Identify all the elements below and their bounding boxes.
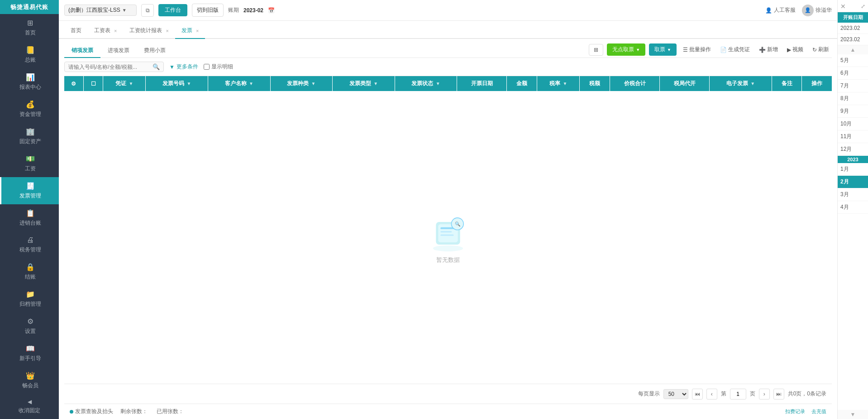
sidebar-item-sales-ledger[interactable]: 📋 进销台账: [0, 204, 59, 231]
calendar-month-2023-4[interactable]: 4月: [838, 201, 868, 214]
tax-icon: 🖨: [27, 236, 34, 244]
workbench-button[interactable]: 工作台: [158, 4, 187, 16]
calendar-month-2023-3[interactable]: 3月: [838, 188, 868, 201]
last-page-btn[interactable]: ⏭: [773, 389, 784, 400]
col-customer[interactable]: 客户名称 ▼: [208, 76, 271, 91]
col-tax-rate[interactable]: 税率 ▼: [537, 76, 580, 91]
col-tax-code[interactable]: 税局代开: [660, 76, 710, 91]
first-page-btn[interactable]: ⏮: [692, 389, 703, 400]
calendar-month-11[interactable]: 11月: [838, 130, 868, 143]
right-panel-expand-btn[interactable]: ⤢: [861, 3, 865, 10]
prev-page-btn[interactable]: ‹: [706, 389, 717, 400]
fee-records-link[interactable]: 扣费记录: [785, 408, 805, 415]
col-e-invoice[interactable]: 电子发票 ▼: [710, 76, 772, 91]
page-number-input[interactable]: [730, 389, 746, 400]
grid-view-btn[interactable]: ⊞: [589, 44, 603, 56]
sidebar-item-ledger[interactable]: 📒 总账: [0, 41, 59, 68]
sidebar-item-assets[interactable]: 🏢 固定资产: [0, 123, 59, 150]
col-open-date[interactable]: 开票日期: [457, 76, 507, 91]
gen-voucher-btn[interactable]: 📄 生成凭证: [717, 43, 753, 56]
no-bill-btn[interactable]: 无点取票 ▼: [607, 43, 645, 56]
sub-tab-purchase[interactable]: 进项发票: [100, 44, 137, 58]
sidebar-item-guide[interactable]: 📖 新手引导: [0, 340, 59, 367]
get-bill-btn[interactable]: 取票 ▼: [649, 43, 677, 56]
gen-voucher-label: 生成凭证: [728, 46, 750, 53]
sidebar-item-archive[interactable]: 📁 归档管理: [0, 285, 59, 313]
new-btn[interactable]: ➕ 新增: [756, 43, 781, 56]
sidebar-item-salary[interactable]: 💵 工资: [0, 150, 59, 177]
calendar-month-7[interactable]: 7月: [838, 80, 868, 92]
calendar-item-2023-02-top1[interactable]: 2023.02: [838, 23, 868, 34]
open-period-btn[interactable]: 开账日期: [838, 12, 868, 23]
right-panel-close-btn[interactable]: ✕: [840, 3, 846, 10]
calendar-item-2023-02-top2[interactable]: 2023.02: [838, 34, 868, 45]
salary-tab-close[interactable]: ×: [114, 28, 117, 34]
sidebar-item-fund[interactable]: 💰 资金管理: [0, 96, 59, 123]
col-invoice-type[interactable]: 发票种类 ▼: [270, 76, 333, 91]
recharge-link[interactable]: 去充值: [811, 408, 826, 415]
col-checkbox[interactable]: ☐: [83, 76, 103, 91]
col-amount[interactable]: 金额: [507, 76, 537, 91]
col-actions[interactable]: 操作: [802, 76, 832, 91]
company-selector[interactable]: (勿删）江西股宝-LSS ▼: [64, 5, 137, 16]
search-input[interactable]: [68, 64, 153, 70]
switch-version-button[interactable]: 切到旧版: [192, 4, 224, 17]
more-conditions-btn[interactable]: ▼ 更多条件: [169, 63, 198, 71]
tab-salary[interactable]: 工资表 ×: [88, 23, 123, 39]
show-details-check[interactable]: 显示明细: [204, 63, 233, 71]
calendar-month-12[interactable]: 12月: [838, 143, 868, 156]
refresh-btn[interactable]: ↻ 刷新: [810, 43, 832, 56]
salary-stat-tab-close[interactable]: ×: [166, 28, 168, 34]
next-page-btn[interactable]: ›: [759, 389, 770, 400]
col-settings[interactable]: ⚙: [64, 76, 83, 91]
col-invoice-no[interactable]: 发票号码 ▼: [146, 76, 208, 91]
sidebar-item-period-close[interactable]: 🔒 结账: [0, 258, 59, 285]
month-label: 2月: [840, 178, 849, 186]
tab-salary-stat[interactable]: 工资统计报表 ×: [123, 23, 175, 39]
sidebar-item-tax[interactable]: 🖨 税务管理: [0, 231, 59, 258]
invoice-tab-close[interactable]: ×: [196, 28, 199, 34]
calendar-month-6[interactable]: 6月: [838, 67, 868, 80]
sidebar-item-report[interactable]: 📊 报表中心: [0, 68, 59, 96]
user-info[interactable]: 👤 徐溢华: [802, 5, 832, 16]
col-invoice-category[interactable]: 发票类型 ▼: [333, 76, 395, 91]
sidebar-item-invoice-mgmt[interactable]: 🧾 发票管理: [0, 177, 59, 204]
video-icon: ▶: [787, 47, 791, 53]
col-notes[interactable]: 备注: [772, 76, 802, 91]
user-name-label: 徐溢华: [816, 6, 832, 14]
show-details-checkbox[interactable]: [204, 64, 210, 70]
col-tax[interactable]: 税额: [580, 76, 610, 91]
sidebar-collapse-btn[interactable]: ◀ 收消固定: [0, 394, 59, 419]
calendar-month-9[interactable]: 9月: [838, 105, 868, 118]
batch-ops-btn[interactable]: ☰ 批量操作: [680, 43, 714, 56]
sidebar-item-member[interactable]: 👑 畅会员: [0, 367, 59, 394]
new-icon: ➕: [759, 47, 766, 53]
sub-tab-sales[interactable]: 销项发票: [64, 44, 100, 58]
calendar-month-5[interactable]: 5月: [838, 54, 868, 67]
tab-invoice[interactable]: 发票 ×: [175, 23, 205, 39]
search-icon[interactable]: 🔍: [153, 63, 160, 70]
period-calendar-icon[interactable]: 📅: [268, 7, 275, 14]
sidebar-item-settings[interactable]: ⚙ 设置: [0, 313, 59, 340]
footer-right-links: 扣费记录 去充值: [785, 408, 826, 415]
col-tax-amount-total[interactable]: 价税合计: [610, 76, 660, 91]
sidebar-item-home[interactable]: ⊞ 首页: [0, 14, 59, 41]
calendar-month-2023-1[interactable]: 1月: [838, 163, 868, 176]
calendar-month-10[interactable]: 10月: [838, 118, 868, 130]
copy-company-btn[interactable]: ⧉: [141, 4, 154, 17]
collapse-label: 收消固定: [19, 407, 40, 414]
calendar-month-2023-2[interactable]: 2月: [838, 176, 868, 188]
month-label: 12月: [840, 145, 852, 153]
col-invoice-status[interactable]: 发票状态 ▼: [395, 76, 457, 91]
tab-home[interactable]: 首页: [64, 23, 88, 39]
sub-tab-expense[interactable]: 费用小票: [137, 44, 173, 58]
per-page-select[interactable]: 50 100 200: [663, 389, 688, 399]
video-btn[interactable]: ▶ 视频: [784, 43, 806, 56]
col-voucher[interactable]: 凭证 ▼: [103, 76, 146, 91]
scroll-up-arrow[interactable]: ▲: [838, 45, 868, 54]
refresh-icon: ↻: [812, 47, 817, 53]
calendar-month-8[interactable]: 8月: [838, 92, 868, 105]
scroll-down-arrow[interactable]: ▼: [838, 410, 868, 419]
tab-bar: 首页 工资表 × 工资统计报表 × 发票 ×: [59, 21, 837, 39]
support-btn[interactable]: 👤 人工客服: [765, 6, 796, 14]
